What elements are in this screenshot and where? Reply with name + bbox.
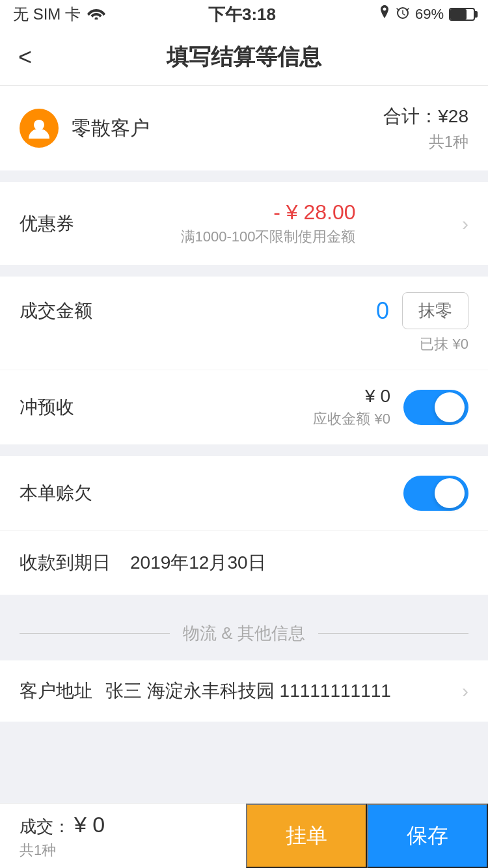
- svg-point-0: [95, 18, 98, 20]
- address-label: 客户地址: [20, 679, 92, 703]
- transaction-amount-row: 成交金额 0 抹零 已抹 ¥0: [0, 277, 488, 370]
- summary-label: 成交：: [20, 815, 70, 838]
- transaction-section: 成交金额 0 抹零 已抹 ¥0 冲预收 ¥ 0 应收金额 ¥0: [0, 277, 488, 444]
- location-icon: [379, 5, 390, 23]
- advance-label: 冲预收: [20, 395, 74, 420]
- status-left: 无 SIM 卡: [13, 4, 105, 25]
- duedate-section: 收款到期日 2019年12月30日: [0, 530, 488, 595]
- status-right: 69%: [379, 5, 475, 23]
- transaction-value: 0: [376, 297, 389, 325]
- advance-row: 冲预收 ¥ 0 应收金额 ¥0: [20, 386, 468, 429]
- customer-count: 共1种: [383, 131, 468, 152]
- customer-right: 合计：¥28 共1种: [383, 104, 468, 152]
- duedate-label: 收款到期日: [20, 550, 111, 575]
- logistics-section: 物流 & 其他信息: [0, 606, 488, 660]
- battery-icon: [449, 8, 475, 21]
- content-area: 零散客户 合计：¥28 共1种 优惠券 - ¥ 28.00 满1000-100不…: [0, 86, 488, 868]
- coupon-discount: - ¥ 28.00: [181, 200, 356, 224]
- coupon-label: 优惠券: [20, 211, 74, 236]
- nav-bar: < 填写结算等信息: [0, 29, 488, 86]
- advance-sub: 应收金额 ¥0: [313, 409, 390, 429]
- status-time: 下午3:18: [208, 3, 276, 26]
- coupon-chevron: ›: [462, 213, 468, 235]
- page-title: 填写结算等信息: [167, 42, 321, 72]
- address-chevron: ›: [462, 680, 468, 702]
- network-label: 无 SIM 卡: [13, 4, 81, 25]
- bottom-summary: 成交： ¥ 0 共1种: [0, 804, 246, 868]
- address-value: 张三 海淀永丰科技园 11111111111: [105, 679, 462, 703]
- customer-total: 合计：¥28: [383, 104, 468, 129]
- save-button[interactable]: 保存: [367, 804, 488, 868]
- hang-button[interactable]: 挂单: [246, 804, 367, 868]
- round-button[interactable]: 抹零: [402, 292, 468, 329]
- advance-value: ¥ 0: [313, 386, 390, 407]
- customer-name: 零散客户: [72, 115, 150, 142]
- advance-right: ¥ 0 应收金额 ¥0: [313, 386, 468, 429]
- coupon-subtext: 满1000-100不限制使用金额: [181, 227, 356, 247]
- logistics-line-left: [20, 633, 170, 634]
- address-row[interactable]: 客户地址 张三 海淀永丰科技园 11111111111 ›: [0, 660, 488, 722]
- debt-toggle[interactable]: [403, 476, 468, 511]
- debt-row: 本单赊欠: [0, 456, 488, 530]
- customer-row: 零散客户 合计：¥28 共1种: [0, 86, 488, 170]
- back-button[interactable]: <: [18, 44, 32, 71]
- duedate-row: 收款到期日 2019年12月30日: [20, 550, 468, 575]
- battery-percent: 69%: [415, 6, 444, 23]
- debt-section: 本单赊欠 收款到期日 2019年12月30日: [0, 456, 488, 595]
- status-bar: 无 SIM 卡 下午3:18 69%: [0, 0, 488, 29]
- toggle-knob: [435, 392, 465, 422]
- alarm-icon: [396, 5, 410, 23]
- duedate-value: 2019年12月30日: [130, 550, 266, 575]
- coupon-right: - ¥ 28.00 满1000-100不限制使用金额: [181, 200, 356, 247]
- address-section[interactable]: 客户地址 张三 海淀永丰科技园 11111111111 ›: [0, 660, 488, 722]
- advance-value-block: ¥ 0 应收金额 ¥0: [313, 386, 390, 429]
- logistics-text: 物流 & 其他信息: [183, 622, 305, 645]
- bottom-bar: 成交： ¥ 0 共1种 挂单 保存: [0, 803, 488, 868]
- summary-count: 共1种: [20, 841, 226, 860]
- transaction-row: 成交金额 0 抹零: [20, 292, 468, 329]
- debt-toggle-knob: [435, 478, 465, 508]
- customer-section: 零散客户 合计：¥28 共1种: [0, 86, 488, 170]
- transaction-label: 成交金额: [20, 299, 92, 323]
- svg-point-2: [34, 120, 44, 130]
- advance-toggle[interactable]: [403, 390, 468, 425]
- customer-left: 零散客户: [20, 109, 150, 148]
- debt-label: 本单赊欠: [20, 481, 92, 506]
- transaction-right: 0 抹零: [376, 292, 468, 329]
- coupon-row[interactable]: 优惠券 - ¥ 28.00 满1000-100不限制使用金额 ›: [0, 182, 488, 265]
- avatar: [20, 109, 59, 148]
- transaction-sub: 已抹 ¥0: [20, 334, 468, 354]
- wifi-icon: [87, 5, 105, 23]
- coupon-section[interactable]: 优惠券 - ¥ 28.00 满1000-100不限制使用金额 ›: [0, 182, 488, 265]
- logistics-line-right: [318, 633, 468, 634]
- advance-section: 冲预收 ¥ 0 应收金额 ¥0: [0, 370, 488, 444]
- summary-amount: ¥ 0: [74, 812, 105, 837]
